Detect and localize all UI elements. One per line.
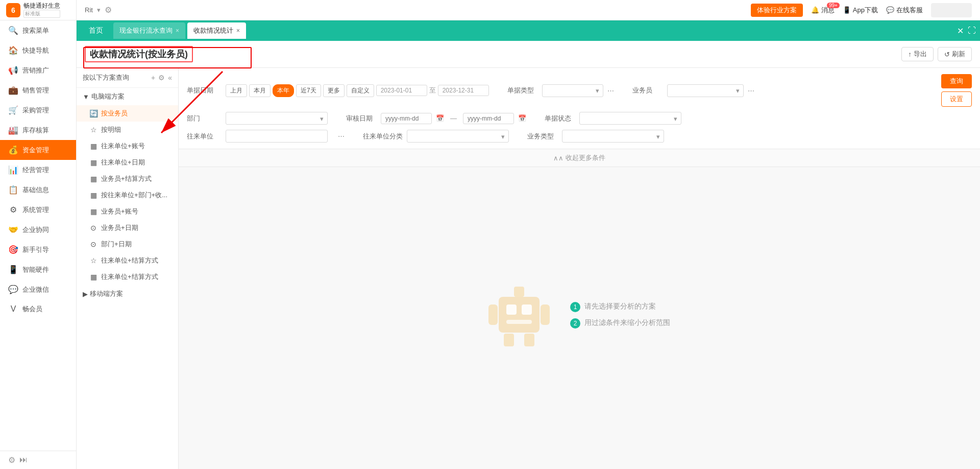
sidebar-item-label: 新手引导 — [22, 245, 49, 254]
scheme-item-icon: ⊙ — [89, 224, 98, 232]
scheme-item-salesperson-settlement[interactable]: ▦ 业务员+结算方式 — [77, 171, 178, 187]
date-to-input[interactable] — [438, 85, 489, 96]
date-btn-this-month[interactable]: 本月 — [249, 84, 271, 97]
doc-type-select[interactable] — [542, 84, 603, 97]
export-button[interactable]: ↑ 导出 — [901, 47, 934, 61]
date-dash: — — [448, 114, 459, 122]
scheme-item-label: 按明细 — [101, 125, 121, 134]
sidebar-item-basic[interactable]: 📋 基础信息 — [0, 180, 76, 200]
date-btn-last-month[interactable]: 上月 — [226, 84, 247, 97]
business-type-select-wrapper — [562, 130, 664, 143]
date-btn-more[interactable]: 更多 — [323, 84, 345, 97]
tab-collections-close[interactable]: × — [236, 27, 240, 34]
scheme-panel: 按以下方案查询 + ⚙ « ▼ 电脑端方案 🔄 按业务员 ☆ 按明细 — [77, 68, 179, 469]
salesperson-select[interactable] — [667, 84, 744, 97]
scheme-item-customer-account[interactable]: ▦ 往来单位+账号 — [77, 138, 178, 154]
review-date-to[interactable] — [463, 113, 514, 124]
messages-icon-area[interactable]: 🔔 消息 99+ — [811, 6, 835, 15]
scheme-item-customer-date[interactable]: ▦ 往来单位+日期 — [77, 154, 178, 171]
tab-home[interactable]: 首页 — [81, 20, 111, 41]
sidebar-item-enterprise[interactable]: 🤝 企业协同 — [0, 220, 76, 240]
dept-select[interactable] — [226, 112, 328, 125]
sidebar-item-system[interactable]: ⚙ 系统管理 — [0, 200, 76, 220]
online-service-area[interactable]: 💬 在线客服 — [886, 6, 923, 15]
scheme-group-desktop: ▼ 电脑端方案 🔄 按业务员 ☆ 按明细 ▦ 往来单位+账号 ▦ 往来单位 — [77, 88, 178, 285]
doc-status-group: 单据状态 — [545, 112, 681, 125]
doc-status-label: 单据状态 — [545, 114, 575, 123]
sidebar-item-operations[interactable]: 📊 经营管理 — [0, 160, 76, 180]
sidebar-item-label: 经营管理 — [22, 166, 49, 175]
scheme-item-detail[interactable]: ☆ 按明细 — [77, 122, 178, 138]
scheme-item-salesperson-account[interactable]: ▦ 业务员+账号 — [77, 203, 178, 220]
collapse-icon: ∧∧ — [553, 154, 564, 162]
doc-type-more-icon[interactable]: ⋯ — [607, 87, 614, 95]
customer-category-select-wrapper — [407, 130, 509, 143]
doc-status-select[interactable] — [579, 112, 681, 125]
sidebar-item-inventory[interactable]: 🏭 库存核算 — [0, 120, 76, 140]
search-icon: 🔍 — [8, 26, 18, 35]
app-download-area[interactable]: 📱 App下载 — [843, 6, 878, 15]
user-avatar-area[interactable] — [931, 3, 972, 17]
logo-name: 畅捷通好生意 — [23, 2, 60, 9]
sidebar-item-finance[interactable]: 💰 资金管理 — [0, 140, 76, 160]
date-btn-this-year[interactable]: 本年 — [273, 84, 294, 97]
scheme-add-button[interactable]: + — [151, 74, 155, 82]
sidebar-item-purchase[interactable]: 🛒 采购管理 — [0, 100, 76, 120]
scheme-group-desktop-header[interactable]: ▼ 电脑端方案 — [77, 88, 178, 105]
scheme-item-label: 部门+日期 — [101, 240, 132, 249]
salesperson-select-wrapper — [667, 84, 744, 97]
customer-more-icon[interactable]: ⋯ — [338, 132, 345, 140]
date-btn-7days[interactable]: 近7天 — [296, 84, 321, 97]
calendar-icon-left: 📅 — [436, 114, 444, 122]
scheme-item-customer-dept[interactable]: ▦ 按往来单位+部门+收... — [77, 187, 178, 203]
customer-category-select[interactable] — [407, 130, 509, 143]
operations-icon: 📊 — [8, 165, 18, 175]
scheme-item-label: 按往来单位+部门+收... — [101, 191, 167, 200]
salesperson-more-icon[interactable]: ⋯ — [748, 87, 754, 95]
maximize-icon[interactable]: ⛶ — [968, 26, 976, 35]
sidebar-item-label: 营销推广 — [22, 66, 49, 75]
date-btn-custom[interactable]: 自定义 — [347, 84, 374, 97]
business-type-select[interactable] — [562, 130, 664, 143]
scheme-item-customer-settlement2[interactable]: ▦ 往来单位+结算方式 — [77, 269, 178, 285]
tab-cashflow[interactable]: 现金银行流水查询 × — [113, 22, 185, 39]
settings-icon[interactable]: ⚙ — [105, 5, 112, 15]
tip-num-1: 1 — [570, 302, 580, 312]
scheme-item-salesperson-date[interactable]: ⊙ 业务员+日期 — [77, 220, 178, 236]
sidebar-item-wechat[interactable]: 💬 企业微信 — [0, 279, 76, 299]
collapse-bar[interactable]: ∧∧ 收起更多条件 — [179, 149, 980, 167]
scheme-group-mobile-header[interactable]: ▶ 移动端方案 — [77, 285, 178, 302]
sidebar-item-sales[interactable]: 💼 销售管理 — [0, 80, 76, 100]
date-from-input[interactable] — [376, 85, 427, 96]
scheme-item-customer-settlement1[interactable]: ☆ 往来单位+结算方式 — [77, 252, 178, 269]
refresh-button[interactable]: ↺ 刷新 — [938, 47, 972, 61]
sidebar: 🔍 搜索菜单 🏠 快捷导航 📢 营销推广 💼 销售管理 🛒 采购管理 🏭 库存核… — [0, 20, 77, 469]
scheme-item-salesperson[interactable]: 🔄 按业务员 — [77, 105, 178, 122]
sidebar-item-quicknav[interactable]: 🏠 快捷导航 — [0, 40, 76, 60]
trial-industry-button[interactable]: 体验行业方案 — [751, 4, 803, 17]
scheme-collapse-button[interactable]: « — [168, 74, 172, 82]
sidebar-item-member[interactable]: V 畅会员 — [0, 299, 76, 319]
scheme-settings-button[interactable]: ⚙ — [158, 74, 165, 82]
close-window-icon[interactable]: ✕ — [957, 26, 964, 36]
download-icon: 📱 — [843, 6, 851, 14]
collapse-sidebar-icon[interactable]: ⏭ — [19, 455, 28, 465]
sidebar-item-hardware[interactable]: 📱 智能硬件 — [0, 260, 76, 279]
collapse-bar-label: ∧∧ 收起更多条件 — [553, 153, 605, 162]
sidebar-item-guide[interactable]: 🎯 新手引导 — [0, 240, 76, 260]
dropdown-icon[interactable]: ▾ — [97, 6, 101, 14]
sidebar-item-search[interactable]: 🔍 搜索菜单 — [0, 20, 76, 40]
scheme-item-dept-date[interactable]: ⊙ 部门+日期 — [77, 236, 178, 252]
query-button[interactable]: 查询 — [941, 74, 972, 88]
settings-bottom-icon[interactable]: ⚙ — [8, 455, 15, 465]
tip-text-1: 请先选择要分析的方案 — [584, 302, 656, 311]
setting-button[interactable]: 设置 — [941, 91, 972, 107]
basic-icon: 📋 — [8, 185, 18, 195]
sidebar-item-marketing[interactable]: 📢 营销推广 — [0, 60, 76, 80]
sidebar-item-label: 搜索菜单 — [22, 26, 49, 35]
customer-input[interactable] — [226, 130, 328, 143]
tab-collections[interactable]: 收款情况统计 × — [187, 22, 246, 39]
service-icon: 💬 — [886, 6, 894, 14]
tab-cashflow-close[interactable]: × — [176, 27, 179, 34]
review-date-from[interactable] — [381, 113, 432, 124]
